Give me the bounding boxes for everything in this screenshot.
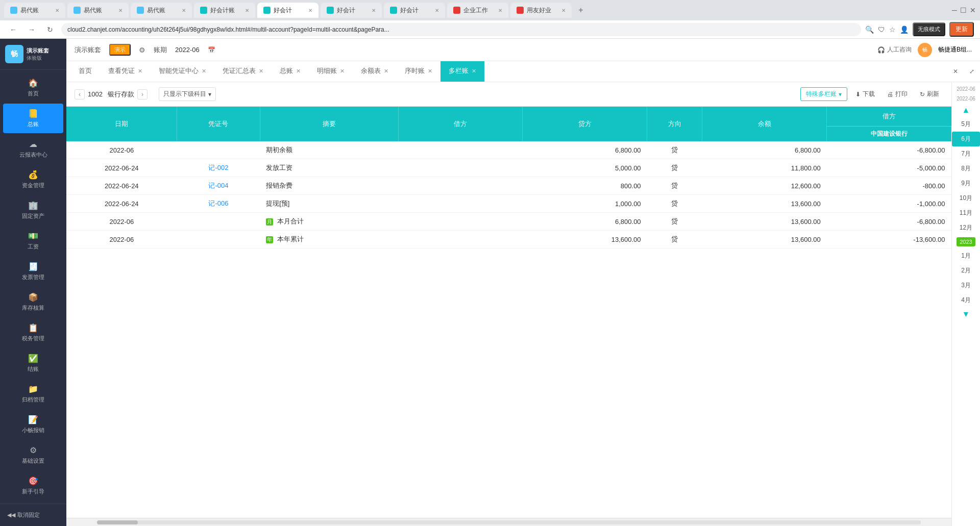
browser-tab-1[interactable]: 易代账 ✕ <box>4 3 65 18</box>
cal-month-2023-1[interactable]: 1月 <box>952 248 980 263</box>
browser-tab-4[interactable]: 好会计账 ✕ <box>194 3 255 18</box>
consult-button[interactable]: 🎧 人工咨询 <box>877 45 912 54</box>
star-icon[interactable]: ☆ <box>889 26 896 34</box>
print-button[interactable]: 🖨 打印 <box>883 88 912 101</box>
cal-month-7[interactable]: 7月 <box>952 146 980 161</box>
forward-button[interactable]: → <box>24 22 39 37</box>
sidebar-item-expense[interactable]: 📝 小畅报销 <box>3 410 63 439</box>
sidebar-item-reports[interactable]: ☁ 云报表中心 <box>3 134 63 164</box>
tab-smart-voucher[interactable]: 智能凭证中心 ✕ <box>151 61 214 82</box>
sidebar-item-archive[interactable]: 📁 归档管理 <box>3 379 63 409</box>
cell-voucher-4[interactable]: 记-006 <box>177 195 260 213</box>
calendar-down-button[interactable]: ▼ <box>960 308 972 321</box>
tab-close-voucher-summary[interactable]: ✕ <box>259 68 263 74</box>
sidebar-item-assets[interactable]: 🏢 固定资产 <box>3 195 63 225</box>
tab-close-view-voucher[interactable]: ✕ <box>138 68 142 74</box>
tab-close-5[interactable]: ✕ <box>308 8 312 13</box>
tab-multi-column[interactable]: 多栏账 ✕ <box>440 61 484 82</box>
tab-close-multi-column[interactable]: ✕ <box>472 68 476 74</box>
refresh-button[interactable]: ↻ 刷新 <box>916 88 943 101</box>
calendar-up-button[interactable]: ▲ <box>960 104 972 117</box>
browser-tab-8[interactable]: 企业工作 ✕ <box>447 3 508 18</box>
bottom-scrollbar[interactable] <box>66 518 951 526</box>
close-button[interactable]: ✕ <box>970 6 976 14</box>
cal-month-11[interactable]: 11月 <box>952 206 980 220</box>
tab-general-ledger[interactable]: 总账 ✕ <box>272 61 309 82</box>
sidebar-item-tax[interactable]: 📋 税务管理 <box>3 318 63 347</box>
sidebar-item-funds[interactable]: 💰 资金管理 <box>3 165 63 194</box>
download-button[interactable]: ⬇ 下载 <box>851 88 879 101</box>
cal-month-12[interactable]: 12月 <box>952 220 980 235</box>
cal-month-9[interactable]: 9月 <box>952 176 980 191</box>
sidebar-item-guide[interactable]: 🎯 新手引导 <box>3 471 63 500</box>
cal-month-6[interactable]: 6月 <box>952 132 980 146</box>
new-tab-button[interactable]: + <box>574 3 588 17</box>
cal-month-2023-3[interactable]: 3月 <box>952 278 980 293</box>
back-button[interactable]: ← <box>6 22 20 37</box>
tab-close-2[interactable]: ✕ <box>118 8 122 13</box>
tab-balance[interactable]: 余额表 ✕ <box>353 61 397 82</box>
cell-summary-2: 发放工资 <box>260 159 398 177</box>
cell-voucher-2[interactable]: 记-002 <box>177 159 260 177</box>
cal-month-10[interactable]: 10月 <box>952 191 980 206</box>
tab-close-9[interactable]: ✕ <box>561 8 566 13</box>
pin-button[interactable]: ◀◀ 取消固定 <box>4 508 62 522</box>
tab-close-balance[interactable]: ✕ <box>384 68 388 74</box>
profile-icon[interactable]: 👤 <box>900 26 909 34</box>
tab-close-general-ledger[interactable]: ✕ <box>296 68 301 74</box>
cell-voucher-3[interactable]: 记-004 <box>177 177 260 195</box>
tab-close-6[interactable]: ✕ <box>372 8 376 13</box>
update-button[interactable]: 更新 <box>949 22 974 37</box>
browser-tab-7[interactable]: 好会计 ✕ <box>384 3 445 18</box>
sidebar-item-salary[interactable]: 💵 工资 <box>3 226 63 256</box>
voucher-link-4[interactable]: 记-006 <box>208 199 228 207</box>
tab-close-7[interactable]: ✕ <box>435 8 439 13</box>
tab-close-detail-ledger[interactable]: ✕ <box>340 68 345 74</box>
sidebar-item-home[interactable]: 🏠 首页 <box>3 73 63 103</box>
cal-month-2023-2[interactable]: 2月 <box>952 263 980 278</box>
tab-expand-button[interactable]: ⤢ <box>964 62 980 81</box>
sidebar-item-invoice[interactable]: 🧾 发票管理 <box>3 257 63 286</box>
demo-badge[interactable]: 演示 <box>109 44 131 56</box>
subject-filter-dropdown[interactable]: 只显示下级科目 ▾ <box>159 87 216 101</box>
sidebar-item-settings[interactable]: ⚙ 基础设置 <box>3 440 63 470</box>
browser-tab-5[interactable]: 好会计 ✕ <box>257 3 318 18</box>
tab-close-4[interactable]: ✕ <box>245 8 249 13</box>
browser-tab-2[interactable]: 易代账 ✕ <box>67 3 129 18</box>
sidebar-item-ledger[interactable]: 📒 总账 <box>3 104 63 133</box>
calendar-icon[interactable]: 📅 <box>208 46 215 54</box>
maximize-button[interactable]: ☐ <box>960 6 967 14</box>
next-account-button[interactable]: › <box>137 89 148 99</box>
browser-tab-6[interactable]: 好会计 ✕ <box>321 3 382 18</box>
tab-close-8[interactable]: ✕ <box>498 8 502 13</box>
tab-sequence-ledger[interactable]: 序时账 ✕ <box>397 61 440 82</box>
prev-account-button[interactable]: ‹ <box>75 89 85 99</box>
tab-close-sequence-ledger[interactable]: ✕ <box>428 68 432 74</box>
incognito-button[interactable]: 无痕模式 <box>913 22 945 36</box>
scrollbar-thumb[interactable] <box>97 520 138 524</box>
sidebar-item-close[interactable]: ✅ 结账 <box>3 348 63 378</box>
print-label: 打印 <box>895 90 908 98</box>
cal-month-5[interactable]: 5月 <box>952 117 980 132</box>
settings-icon[interactable]: ⚙ <box>139 46 145 54</box>
address-input[interactable] <box>61 23 861 36</box>
voucher-link-2[interactable]: 记-002 <box>208 164 228 171</box>
sidebar-item-inventory[interactable]: 📦 库存核算 <box>3 287 63 317</box>
search-icon[interactable]: 🔍 <box>865 26 874 34</box>
tab-close-3[interactable]: ✕ <box>182 8 186 13</box>
tab-close-smart-voucher[interactable]: ✕ <box>202 68 206 74</box>
cal-month-2023-4[interactable]: 4月 <box>952 293 980 308</box>
tab-home[interactable]: 首页 <box>70 61 100 82</box>
reload-button[interactable]: ↻ <box>43 22 57 37</box>
cal-month-8[interactable]: 8月 <box>952 161 980 176</box>
tab-view-voucher[interactable]: 查看凭证 ✕ <box>100 61 151 82</box>
minimize-button[interactable]: ─ <box>952 6 957 14</box>
tab-collapse-button[interactable]: ✕ <box>947 62 964 81</box>
browser-tab-3[interactable]: 易代账 ✕ <box>131 3 192 18</box>
browser-tab-9[interactable]: 用友好业 ✕ <box>510 3 572 18</box>
tab-voucher-summary[interactable]: 凭证汇总表 ✕ <box>214 61 272 82</box>
special-multicolumn-button[interactable]: 特殊多栏账 ▾ <box>800 87 847 101</box>
tab-detail-ledger[interactable]: 明细账 ✕ <box>309 61 353 82</box>
tab-close-1[interactable]: ✕ <box>55 8 59 13</box>
voucher-link-3[interactable]: 记-004 <box>208 182 228 189</box>
